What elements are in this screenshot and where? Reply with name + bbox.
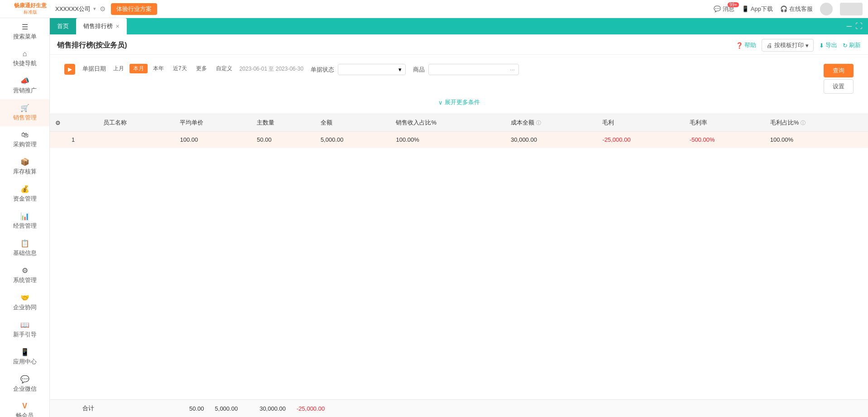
- status-filter-group: 单据状态 ▾: [311, 64, 406, 75]
- tab-close-icon[interactable]: ✕: [115, 24, 120, 29]
- expand-chevron-icon: ∨: [438, 99, 443, 106]
- date-tab-custom[interactable]: 自定义: [212, 64, 236, 73]
- sidebar-item-guide[interactable]: 📖 新手引导: [0, 316, 49, 343]
- minimize-icon[interactable]: ─: [847, 22, 852, 30]
- table-footer: 合计 50.00 5,000.00 30,000.00 -25,000.00: [50, 399, 868, 417]
- sidebar-item-inventory[interactable]: 📦 库存核算: [0, 153, 49, 180]
- goods-more-icon[interactable]: ···: [510, 66, 515, 73]
- company-selector[interactable]: XXXXXX公司 ▾: [55, 5, 96, 13]
- sidebar-item-search[interactable]: ☰ 搜索菜单: [0, 18, 49, 45]
- sidebar-label-appstore: 应用中心: [13, 358, 37, 366]
- avatar[interactable]: [820, 3, 833, 15]
- date-tab-current[interactable]: 本月: [129, 64, 148, 73]
- goods-filter-group: 商品 ···: [413, 64, 519, 75]
- sidebar-item-system[interactable]: ⚙ 系统管理: [0, 262, 49, 289]
- date-tab-year[interactable]: 本年: [149, 64, 168, 73]
- guide-icon: 📖: [20, 321, 29, 329]
- table-header-row: ⚙ 员工名称 平均单价 主数量 全额 销售收入占比% 成本全额 ⓘ 毛利 毛利率…: [50, 114, 868, 132]
- status-filter-label: 单据状态: [311, 66, 334, 74]
- logo-area: 畅康通好生意 标准版: [5, 2, 55, 15]
- sidebar-item-sales[interactable]: 🛒 销售管理: [0, 99, 49, 126]
- sidebar-label-sales: 销售管理: [13, 114, 37, 122]
- maximize-icon[interactable]: ⛶: [855, 22, 863, 30]
- filter-area: ▶ 单据日期 上月 本月 本年 近7天 更多 自定义 2: [50, 55, 868, 114]
- logo-title: 畅康通好生意: [14, 2, 47, 9]
- page-header: 销售排行榜(按业务员) ❓ 帮助 🖨 按模板打印 ▾ ⬇ 导出: [50, 34, 868, 55]
- cost-info-icon[interactable]: ⓘ: [536, 120, 541, 125]
- status-select[interactable]: ▾: [338, 64, 406, 75]
- sidebar-label-cooperation: 企业协同: [13, 303, 37, 312]
- sidebar-item-cooperation[interactable]: 🤝 企业协同: [0, 289, 49, 316]
- setting-button[interactable]: 设置: [824, 79, 854, 94]
- footer-main-qty: 50.00: [184, 405, 210, 412]
- date-tab-7days[interactable]: 近7天: [169, 64, 191, 73]
- filter-toggle-button[interactable]: ▶: [64, 64, 75, 75]
- app-download-item[interactable]: 📱 App下载: [742, 5, 773, 13]
- online-service-item[interactable]: 🎧 在线客服: [780, 5, 813, 13]
- export-icon: ⬇: [819, 42, 824, 49]
- system-icon: ⚙: [22, 266, 28, 275]
- sidebar-label-system: 系统管理: [13, 276, 37, 284]
- cell-rank: 1: [66, 132, 98, 148]
- sidebar-item-marketing[interactable]: 📣 营销推广: [0, 72, 49, 99]
- sidebar-label-basic: 基础信息: [13, 249, 37, 257]
- sidebar-label-member: 畅会员: [16, 412, 34, 417]
- expand-more-button[interactable]: ∨ 展开更多条件: [57, 96, 861, 109]
- date-tabs: 上月 本月 本年 近7天 更多 自定义: [110, 64, 236, 73]
- sidebar-label-operation: 经营管理: [13, 222, 37, 230]
- logo-sub: 标准版: [24, 9, 37, 15]
- company-name: XXXXXX公司: [55, 5, 91, 13]
- date-tab-more[interactable]: 更多: [192, 64, 211, 73]
- cell-settings: [50, 132, 66, 148]
- date-range-text: 2023-06-01 至 2023-06-30: [240, 65, 303, 73]
- sidebar-label-purchase: 采购管理: [13, 140, 37, 149]
- cell-sales-pct: 100.00%: [390, 132, 505, 148]
- col-profit: 毛利: [597, 114, 684, 132]
- trial-button[interactable]: 体验行业方案: [111, 3, 157, 15]
- sidebar-item-member[interactable]: V 畅会员: [0, 398, 49, 417]
- col-main-qty: 主数量: [251, 114, 315, 132]
- message-badge: 99+: [728, 2, 739, 7]
- cell-name: [98, 132, 175, 148]
- sidebar-item-purchase[interactable]: 🛍 采购管理: [0, 126, 49, 153]
- sales-icon: 🛒: [20, 104, 29, 112]
- member-icon: V: [22, 402, 27, 410]
- profit-pct-info-icon[interactable]: ⓘ: [801, 120, 806, 125]
- app-download-label: App下载: [751, 5, 773, 13]
- refresh-icon: ↻: [843, 42, 848, 49]
- tab-home[interactable]: 首页: [50, 18, 76, 34]
- sidebar-item-nav[interactable]: ⌂ 快捷导航: [0, 45, 49, 72]
- tab-sales-ranking-label: 销售排行榜: [83, 22, 113, 30]
- sidebar-item-appstore[interactable]: 📱 应用中心: [0, 343, 49, 370]
- sidebar-label-inventory: 库存核算: [13, 168, 37, 176]
- filter-actions: 查询 设置: [824, 64, 854, 94]
- sidebar-item-finance[interactable]: 💰 资金管理: [0, 180, 49, 207]
- help-link[interactable]: ❓ 帮助: [736, 41, 756, 49]
- tab-home-label: 首页: [57, 22, 69, 30]
- goods-input[interactable]: ···: [428, 64, 519, 75]
- sidebar-label-wechat: 企业微信: [13, 385, 37, 393]
- query-button[interactable]: 查询: [824, 64, 854, 77]
- col-settings[interactable]: ⚙: [50, 114, 66, 132]
- sidebar-item-wechat[interactable]: 💬 企业微信: [0, 370, 49, 398]
- sidebar: ☰ 搜索菜单 ⌂ 快捷导航 📣 营销推广 🛒 销售管理 🛍 采购管理 📦 库存核…: [0, 18, 50, 417]
- message-item[interactable]: 💬 消息 99+: [714, 5, 734, 13]
- tab-sales-ranking[interactable]: 销售排行榜 ✕: [76, 18, 127, 34]
- content-area: 首页 销售排行榜 ✕ ─ ⛶ 销售排行榜(按业务员) ❓ 帮助: [50, 18, 868, 417]
- appstore-icon: 📱: [20, 348, 29, 356]
- col-sales-pct: 销售收入占比%: [390, 114, 505, 132]
- cell-cost: 30,000.00: [505, 132, 597, 148]
- cell-main-qty: 50.00: [251, 132, 315, 148]
- sidebar-item-basic[interactable]: 📋 基础信息: [0, 235, 49, 262]
- operation-icon: 📊: [20, 212, 29, 220]
- col-cost: 成本全额 ⓘ: [505, 114, 597, 132]
- service-icon: 🎧: [780, 5, 787, 12]
- sidebar-item-operation[interactable]: 📊 经营管理: [0, 207, 49, 235]
- settings-icon[interactable]: ⚙: [100, 5, 106, 13]
- export-link[interactable]: ⬇ 导出: [819, 41, 837, 49]
- col-amount: 全额: [315, 114, 391, 132]
- cell-profit: -25,000.00: [597, 132, 684, 148]
- print-button[interactable]: 🖨 按模板打印 ▾: [762, 39, 814, 52]
- date-tab-prev[interactable]: 上月: [110, 64, 128, 73]
- refresh-link[interactable]: ↻ 刷新: [843, 41, 861, 49]
